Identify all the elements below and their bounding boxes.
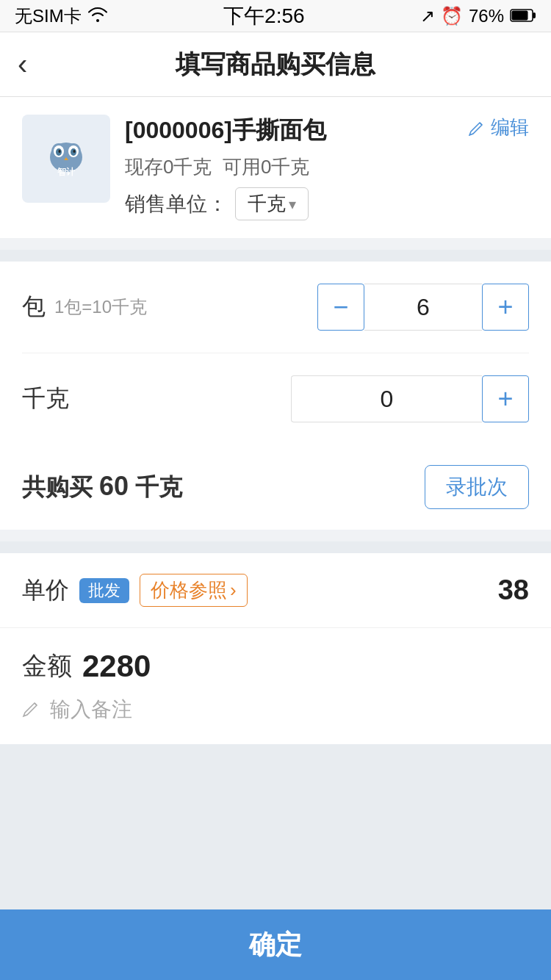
note-placeholder: 输入备注 [50, 696, 132, 724]
bao-decrement-button[interactable]: − [317, 284, 364, 331]
note-row[interactable]: 输入备注 [22, 696, 529, 724]
nav-bar: ‹ 填写商品购买信息 [0, 32, 551, 97]
price-ref-button[interactable]: 价格参照 › [140, 574, 248, 607]
bao-controls: − + [317, 284, 529, 331]
status-time: 下午2:56 [223, 2, 305, 30]
svg-text:智计: 智计 [57, 167, 76, 177]
svg-rect-2 [512, 10, 528, 20]
status-bar: 无SIM卡 下午2:56 ↗ ⏰ 76% [0, 0, 551, 32]
price-value: 38 [498, 574, 529, 606]
amount-value: 2280 [82, 649, 151, 684]
svg-rect-1 [533, 12, 536, 18]
pencil-icon [22, 697, 43, 723]
svg-point-11 [73, 150, 76, 153]
product-stock: 现存0千克 可用0千克 [125, 154, 529, 180]
edit-button[interactable]: 编辑 [469, 115, 529, 140]
alarm-icon: ⏰ [441, 6, 463, 26]
location-icon: ↗ [420, 6, 435, 26]
kg-label: 千克 [22, 383, 69, 415]
unit-select[interactable]: 千克 ▾ [235, 187, 309, 220]
amount-label: 金额 [22, 649, 72, 683]
page-title: 填写商品购买信息 [176, 48, 375, 82]
product-name: [0000006]手撕面包 [125, 115, 326, 147]
kg-quantity-input[interactable] [291, 375, 482, 422]
batch-button[interactable]: 录批次 [425, 465, 529, 509]
status-right: ↗ ⏰ 76% [420, 6, 536, 26]
product-info: [0000006]手撕面包 编辑 现存0千克 可用0千克 销售单位： 千克 ▾ [125, 115, 529, 220]
confirm-button[interactable]: 确定 [0, 909, 551, 980]
quantity-kg-row: 千克 + [22, 353, 529, 444]
wifi-icon [87, 6, 108, 26]
total-section: 共购买 60 千克 录批次 [0, 444, 551, 530]
amount-row: 金额 2280 [22, 649, 529, 684]
amount-section: 金额 2280 输入备注 [0, 627, 551, 744]
product-owl-icon: 智计 [40, 129, 92, 189]
separator-1 [0, 250, 551, 262]
battery-icon [510, 6, 536, 26]
total-text: 共购买 60 千克 [22, 471, 182, 504]
svg-point-10 [59, 150, 61, 153]
carrier-label: 无SIM卡 [15, 4, 82, 28]
price-row: 单价 批发 价格参照 › 38 [22, 574, 529, 607]
input-section: 包 1包=10千克 − + 千克 + [0, 262, 551, 444]
price-label: 单价 [22, 574, 69, 607]
back-button[interactable]: ‹ [18, 48, 27, 81]
bao-label: 包 1包=10千克 [22, 291, 147, 323]
price-type-tag: 批发 [79, 578, 129, 603]
product-card: 智计 [0000006]手撕面包 编辑 现存0千克 可用0千克 销售单位： 千克… [0, 97, 551, 238]
separator-2 [0, 541, 551, 553]
price-section: 单价 批发 价格参照 › 38 [0, 553, 551, 627]
kg-increment-button[interactable]: + [482, 375, 529, 422]
kg-controls: + [291, 375, 529, 422]
product-thumbnail: 智计 [22, 115, 110, 203]
product-unit-row: 销售单位： 千克 ▾ [125, 187, 529, 220]
bao-increment-button[interactable]: + [482, 284, 529, 331]
status-left: 无SIM卡 [15, 4, 108, 28]
bao-quantity-input[interactable] [364, 284, 482, 331]
quantity-bao-row: 包 1包=10千克 − + [22, 262, 529, 353]
battery-label: 76% [469, 6, 504, 26]
bao-sublabel: 1包=10千克 [54, 295, 147, 319]
